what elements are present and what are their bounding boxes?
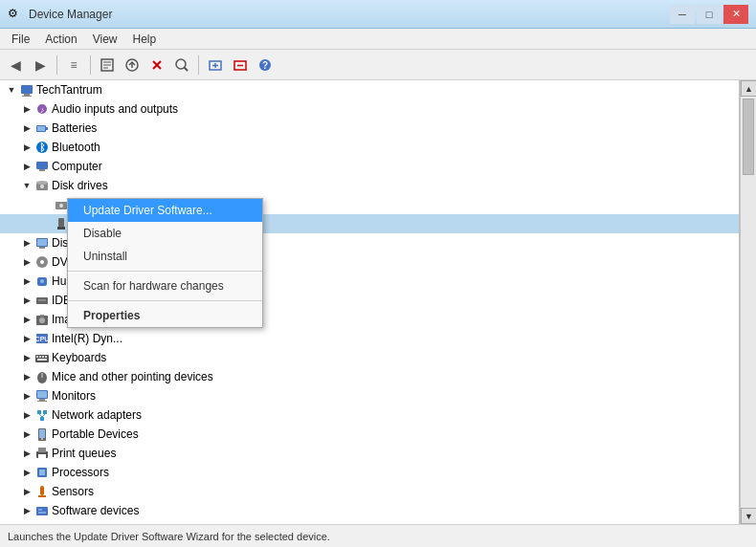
imaging-expand[interactable]: ▶ [19,312,34,327]
add-legacy-button[interactable] [204,54,227,77]
context-menu-scan[interactable]: Scan for hardware changes [68,274,262,297]
tree-item-disk-drives[interactable]: ▼ Disk drives [0,176,739,195]
ide-expand[interactable]: ▶ [19,293,34,308]
tree-item-sensors[interactable]: ▶ Sensors [0,482,739,501]
context-menu-uninstall[interactable]: Uninstall [68,245,262,268]
intel-icon: CPU [34,331,50,346]
context-menu-disable[interactable]: Disable [68,222,262,245]
network-expand[interactable]: ▶ [19,407,34,423]
tree-item-audio[interactable]: ▶ ♪ Audio inputs and outputs [0,99,739,119]
tree-item-monitors[interactable]: ▶ Monitors [0,386,739,405]
scroll-down-button[interactable]: ▼ [741,508,756,524]
intel-expand[interactable]: ▶ [19,331,34,346]
bluetooth-expand[interactable]: ▶ [19,140,34,155]
menu-icon: ≡ [70,58,77,72]
uninstall-icon [149,57,165,73]
menu-help[interactable]: Help [125,31,165,48]
toolbar: ◀ ▶ ≡ [0,50,756,80]
context-menu-properties[interactable]: Properties [68,304,262,327]
context-menu: Update Driver Software... Disable Uninst… [67,198,263,328]
svg-rect-63 [37,410,41,414]
svg-rect-17 [21,85,33,94]
hid-expand[interactable]: ▶ [19,274,34,289]
back-button[interactable]: ◀ [4,54,27,77]
ide-icon [34,293,50,308]
svg-rect-65 [40,417,44,421]
display-expand[interactable]: ▶ [19,235,34,251]
keyboards-expand[interactable]: ▶ [19,350,34,365]
close-button[interactable]: ✕ [723,5,748,24]
root-expand[interactable]: ▼ [4,82,19,98]
title-bar-left: ⚙ Device Manager [8,7,112,22]
sound-expand[interactable]: ▶ [19,522,34,524]
print-label: Print queues [52,447,116,460]
dvd-expand[interactable]: ▶ [19,254,34,270]
scan-toolbar-button[interactable] [170,54,193,77]
tree-item-processors[interactable]: ▶ Processors [0,463,739,482]
show-menu-button[interactable]: ≡ [62,54,85,77]
properties-toolbar-button[interactable] [96,54,119,77]
tree-item-print[interactable]: ▶ Print queues [0,444,739,463]
update-driver-toolbar-button[interactable] [121,54,144,77]
context-menu-update-driver[interactable]: Update Driver Software... [68,199,262,222]
add-legacy-icon [208,57,223,73]
tree-item-batteries[interactable]: ▶ Batteries [0,119,739,138]
keyboard-icon [34,350,50,365]
svg-rect-77 [38,495,46,497]
uninstall-toolbar-button[interactable] [145,54,168,77]
scroll-thumb[interactable] [743,98,754,175]
tree-item-computer[interactable]: ▶ Computer [0,157,739,176]
svg-rect-78 [36,507,48,515]
sensor-icon [34,484,50,499]
context-menu-sep-1 [68,271,262,272]
svg-rect-75 [39,470,45,475]
computer-expand[interactable]: ▶ [19,159,34,174]
portable-expand[interactable]: ▶ [19,427,34,442]
device-tree-panel[interactable]: ▼ TechTantrum ▶ ♪ Audio inputs and outpu… [0,80,740,524]
minimize-button[interactable]: ─ [670,5,695,24]
tree-item-portable[interactable]: ▶ Portable Devices [0,425,739,444]
monitors-expand[interactable]: ▶ [19,388,34,404]
svg-rect-62 [37,401,47,402]
sensors-expand[interactable]: ▶ [19,484,34,499]
sound-label: Sound, video and game controllers [52,523,229,524]
scroll-track[interactable] [741,97,756,508]
maximize-button[interactable]: □ [697,5,722,24]
svg-text:CPU: CPU [35,336,50,342]
batteries-expand[interactable]: ▶ [19,120,34,136]
tree-item-software[interactable]: ▶ Software devices [0,501,739,520]
svg-rect-52 [36,356,38,358]
svg-point-30 [36,181,48,185]
remove-device-button[interactable] [229,54,252,77]
tree-item-keyboards[interactable]: ▶ Keyboards [0,348,739,367]
tree-root[interactable]: ▼ TechTantrum [0,80,739,99]
processors-label: Processors [52,466,109,479]
software-expand[interactable]: ▶ [19,503,34,518]
window-title: Device Manager [29,8,112,21]
tree-item-bluetooth[interactable]: ▶ ᛒ Bluetooth [0,138,739,157]
tree-item-sound[interactable]: ▶ Sound, video and game controllers [0,520,739,524]
svg-text:♪: ♪ [40,105,45,115]
portable-icon [34,427,50,442]
mice-expand[interactable]: ▶ [19,369,34,384]
disk-expand[interactable]: ▼ [19,178,34,193]
audio-expand[interactable]: ▶ [19,101,34,117]
menu-action[interactable]: Action [37,31,84,48]
battery-icon [34,120,50,136]
menu-file[interactable]: File [4,31,37,48]
forward-button[interactable]: ▶ [29,54,52,77]
network-label: Network adapters [52,408,142,422]
svg-line-9 [185,67,189,71]
processors-expand[interactable]: ▶ [19,465,34,480]
menu-view[interactable]: View [85,31,125,48]
svg-line-67 [42,414,45,417]
tree-item-mice[interactable]: ▶ Mice and other pointing devices [0,367,739,386]
scroll-up-button[interactable]: ▲ [741,80,756,97]
help-button[interactable]: ? [254,54,277,77]
svg-rect-28 [39,169,45,171]
print-expand[interactable]: ▶ [19,446,34,461]
vertical-scrollbar[interactable]: ▲ ▼ [740,80,756,524]
tree-item-network[interactable]: ▶ Network adapters [0,405,739,425]
app-icon: ⚙ [8,7,23,22]
tree-item-intel[interactable]: ▶ CPU Intel(R) Dyn... [0,329,739,348]
